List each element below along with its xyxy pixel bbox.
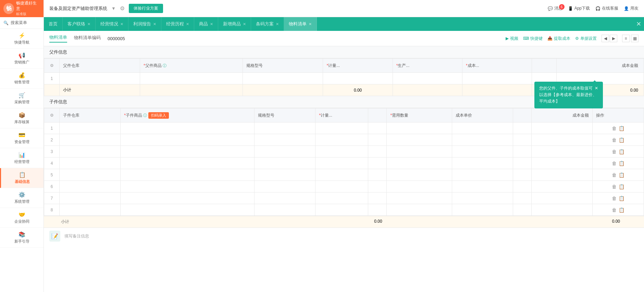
sidebar-item-purchase[interactable]: 🛒 采购管理 [0,89,44,108]
next-btn[interactable]: ▶ [610,35,617,42]
delete-icon-6[interactable]: 🗑 [612,184,617,189]
child-cell-warehouse-7[interactable] [60,192,121,204]
tab-history-close[interactable]: ✕ [186,22,189,26]
parent-cell-product[interactable] [140,73,243,84]
tab-operation-close[interactable]: ✕ [120,22,123,26]
copy-icon-5[interactable]: 📋 [619,172,624,178]
sidebar-item-marketing[interactable]: 📢 营销推广 [0,49,44,69]
copy-icon-1[interactable]: 📋 [619,126,624,131]
child-cell-spec-5[interactable] [254,169,315,181]
parent-settings-icon[interactable]: ⚙ [48,61,56,70]
copy-icon-6[interactable]: 📋 [619,184,624,189]
message-btn[interactable]: 💬 消息 6 [548,5,562,11]
child-cell-price-5[interactable] [452,169,513,181]
child-cell-product-2[interactable] [121,134,255,146]
tab-product-close[interactable]: ✕ [210,22,213,26]
delete-icon-4[interactable]: 🗑 [612,161,617,166]
add-note-icon[interactable]: 📝 [49,231,60,242]
child-cell-qty-2[interactable] [387,134,452,146]
tab-profit-close[interactable]: ✕ [153,22,156,26]
child-cell-price-3[interactable] [452,146,513,157]
copy-icon-4[interactable]: 📋 [619,161,624,166]
child-cell-spec-4[interactable] [254,157,315,169]
sidebar-item-sales[interactable]: 💰 销售管理 [0,69,44,89]
scan-input-btn[interactable]: 扫码录入 [148,112,169,119]
child-cell-warehouse-1[interactable] [60,122,121,134]
page-tab-bom[interactable]: 物料清单 [49,34,67,43]
user-btn[interactable]: 👤 用友 [624,5,639,11]
parent-cell-spec[interactable] [243,73,323,84]
cost-action[interactable]: 📥 提取成本 [547,36,570,42]
child-cell-qty-8[interactable] [387,204,452,216]
child-cell-spec-6[interactable] [254,181,315,192]
tab-bom-close[interactable]: ✕ [309,22,312,26]
tab-customer-close[interactable]: ✕ [87,22,90,26]
sidebar-item-system[interactable]: ⚙️ 系统管理 [0,188,44,208]
tab-operation[interactable]: 经营情况 ✕ [96,17,128,31]
child-cell-product-3[interactable] [121,146,255,157]
child-cell-warehouse-2[interactable] [60,134,121,146]
child-cell-product-4[interactable] [121,157,255,169]
detail-view-btn[interactable]: ▦ [631,35,639,42]
delete-icon-7[interactable]: 🗑 [612,196,617,201]
child-cell-unit-8[interactable] [315,204,368,216]
tooltip-close-btn[interactable]: ✕ [595,85,598,92]
child-cell-qty-5[interactable] [387,169,452,181]
tab-barcode[interactable]: 条码方案 ✕ [251,17,284,31]
child-cell-qty-3[interactable] [387,146,452,157]
delete-icon-2[interactable]: 🗑 [612,137,617,143]
child-cell-unit-2[interactable] [315,134,368,146]
child-cell-price-2[interactable] [452,134,513,146]
child-cell-price-8[interactable] [452,204,513,216]
delete-icon-5[interactable]: 🗑 [612,172,617,178]
tab-new-product-close[interactable]: ✕ [243,22,246,26]
sidebar-item-finance[interactable]: 💳 资金管理 [0,128,44,148]
child-cell-warehouse-5[interactable] [60,169,121,181]
settings-icon[interactable]: ⚙ [120,5,125,12]
delete-icon-3[interactable]: 🗑 [612,149,617,154]
copy-icon-7[interactable]: 📋 [619,196,624,201]
child-cell-price-1[interactable] [452,122,513,134]
copy-icon-3[interactable]: 📋 [619,149,624,154]
child-cell-price-4[interactable] [452,157,513,169]
app-download-btn[interactable]: 📱 App下载 [568,5,590,11]
copy-icon-2[interactable]: 📋 [619,137,624,143]
child-cell-unit-3[interactable] [315,146,368,157]
single-setting-action[interactable]: ⚙ 单据设置 [575,36,597,42]
child-cell-price-6[interactable] [452,181,513,192]
child-cell-warehouse-8[interactable] [60,204,121,216]
child-cell-product-5[interactable] [121,169,255,181]
tab-new-product[interactable]: 新增商品 ✕ [218,17,251,31]
parent-cell-warehouse[interactable] [60,73,140,84]
tab-bom[interactable]: 物料清单 ✕ [284,17,317,31]
search-menu[interactable]: 🔍 搜索菜单 [0,17,44,29]
prev-btn[interactable]: ◀ [602,35,609,42]
child-cell-qty-4[interactable] [387,157,452,169]
tab-barcode-close[interactable]: ✕ [276,22,279,26]
child-cell-price-7[interactable] [452,192,513,204]
child-cell-unit-4[interactable] [315,157,368,169]
parent-cell-production[interactable] [393,73,462,84]
sidebar-item-quick[interactable]: ⚡ 快捷导航 [0,29,44,49]
sidebar-item-business[interactable]: 📊 经营管理 [0,148,44,168]
shortcut-action[interactable]: ⌨ 快捷键 [523,36,543,42]
page-tab-code[interactable]: 物料清单编码 [74,35,101,42]
tab-history[interactable]: 经营历程 ✕ [161,17,194,31]
child-cell-warehouse-4[interactable] [60,157,121,169]
child-cell-spec-8[interactable] [254,204,315,216]
child-cell-unit-6[interactable] [315,181,368,192]
parent-cell-cost[interactable] [462,73,532,84]
copy-icon-8[interactable]: 📋 [619,207,624,213]
child-cell-product-7[interactable] [121,192,255,204]
child-cell-spec-2[interactable] [254,134,315,146]
sidebar-item-inventory[interactable]: 📦 库存核算 [0,108,44,128]
tab-product[interactable]: 商品 ✕ [194,17,218,31]
tab-profit[interactable]: 利润报告 ✕ [128,17,161,31]
child-cell-spec-7[interactable] [254,192,315,204]
list-view-btn[interactable]: ≡ [622,35,630,42]
close-all-btn[interactable]: ✕ [636,20,641,28]
child-cell-unit-7[interactable] [315,192,368,204]
child-cell-warehouse-3[interactable] [60,146,121,157]
child-cell-product-8[interactable] [121,204,255,216]
tab-customer[interactable]: 客户联络 ✕ [63,17,96,31]
